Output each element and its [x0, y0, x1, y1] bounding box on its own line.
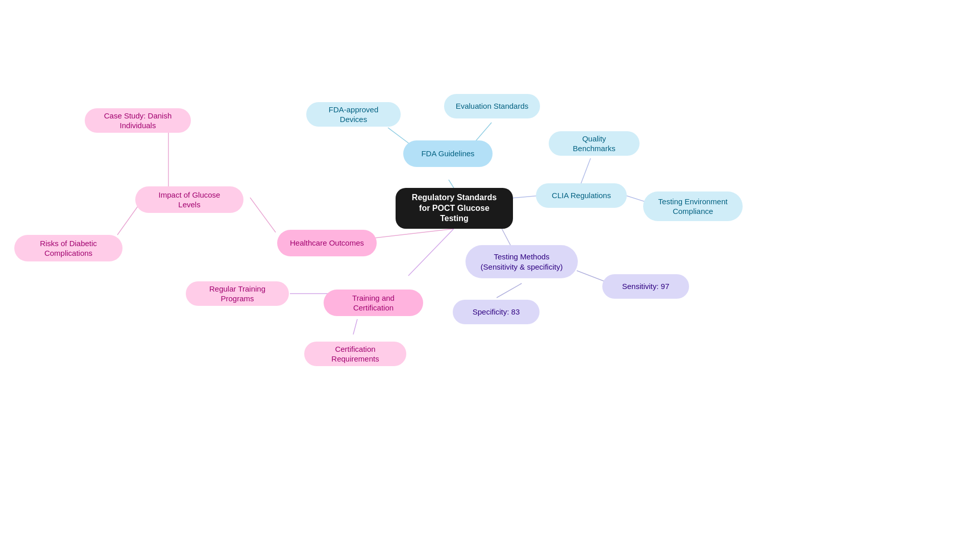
eval-standards-label: Evaluation Standards	[456, 101, 529, 111]
svg-line-5	[250, 198, 276, 232]
risks-complications-label: Risks of Diabetic Complications	[26, 238, 111, 258]
eval-standards-node[interactable]: Evaluation Standards	[444, 94, 540, 118]
cert-requirements-label: Certification Requirements	[315, 344, 395, 364]
sensitivity-node[interactable]: Sensitivity: 97	[602, 274, 689, 299]
center-node[interactable]: Regulatory Standards for POCT Glucose Te…	[396, 188, 513, 229]
regular-training-node[interactable]: Regular Training Programs	[186, 281, 289, 306]
fda-guidelines-label: FDA Guidelines	[421, 149, 474, 159]
testing-methods-node[interactable]: Testing Methods (Sensitivity & specifici…	[465, 245, 578, 278]
healthcare-outcomes-label: Healthcare Outcomes	[290, 238, 364, 248]
testing-env-label: Testing Environment Compliance	[654, 197, 731, 217]
healthcare-outcomes-node[interactable]: Healthcare Outcomes	[277, 230, 377, 256]
risks-complications-node[interactable]: Risks of Diabetic Complications	[14, 235, 122, 261]
quality-benchmarks-node[interactable]: Quality Benchmarks	[549, 131, 640, 156]
svg-line-13	[353, 319, 357, 334]
training-cert-label: Training and Certification	[335, 293, 412, 313]
testing-env-node[interactable]: Testing Environment Compliance	[643, 191, 743, 221]
svg-line-10	[581, 158, 591, 184]
quality-benchmarks-label: Quality Benchmarks	[560, 134, 628, 154]
regular-training-label: Regular Training Programs	[197, 284, 278, 304]
svg-line-1	[449, 180, 454, 188]
center-label: Regulatory Standards for POCT Glucose Te…	[407, 193, 502, 224]
testing-methods-label: Testing Methods (Sensitivity & specifici…	[477, 252, 567, 272]
training-cert-node[interactable]: Training and Certification	[324, 290, 423, 316]
cert-requirements-node[interactable]: Certification Requirements	[304, 342, 406, 366]
svg-line-15	[497, 283, 522, 298]
fda-devices-label: FDA-approved Devices	[317, 105, 389, 125]
case-study-label: Case Study: Danish Individuals	[96, 111, 180, 131]
clia-regulations-node[interactable]: CLIA Regulations	[536, 183, 627, 208]
fda-guidelines-node[interactable]: FDA Guidelines	[403, 140, 493, 167]
sensitivity-label: Sensitivity: 97	[622, 281, 670, 292]
specificity-node[interactable]: Specificity: 83	[453, 300, 540, 324]
impact-glucose-node[interactable]: Impact of Glucose Levels	[135, 186, 243, 213]
impact-glucose-label: Impact of Glucose Levels	[146, 190, 232, 210]
clia-regulations-label: CLIA Regulations	[552, 190, 611, 201]
case-study-node[interactable]: Case Study: Danish Individuals	[85, 108, 191, 133]
specificity-label: Specificity: 83	[473, 307, 520, 317]
svg-line-3	[408, 229, 454, 276]
fda-devices-node[interactable]: FDA-approved Devices	[306, 102, 401, 127]
